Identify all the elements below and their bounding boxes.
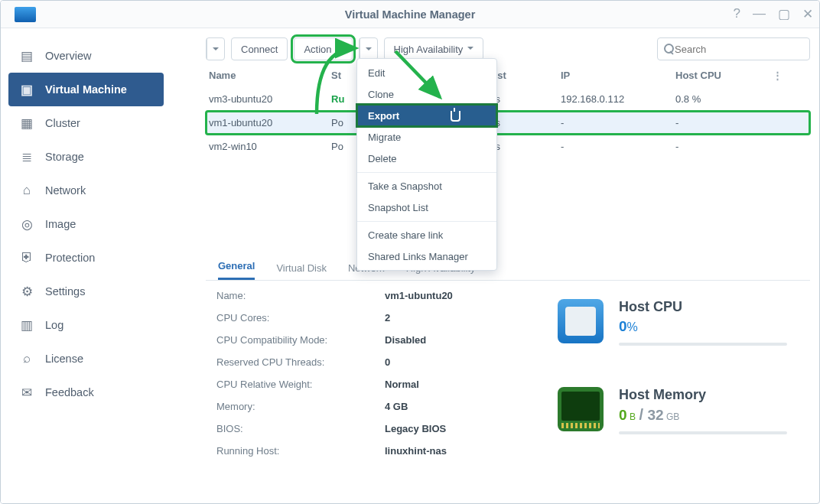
- metrics-panel: Host CPU 0% Host Memory 0 B / 32 GB: [558, 290, 810, 494]
- menu-item-create-share-link[interactable]: Create share link: [357, 221, 496, 245]
- sidebar-item-overview[interactable]: ▤Overview: [8, 39, 164, 73]
- search-input[interactable]: [675, 44, 803, 55]
- menu-item-take-a-snapshot[interactable]: Take a Snapshot: [357, 172, 496, 197]
- metric-mem-total: 32: [648, 407, 664, 423]
- sidebar: ▤Overview▣Virtual Machine▦Cluster≣Storag…: [1, 28, 171, 503]
- metric-cpu-title: Host CPU: [619, 299, 787, 315]
- metric-mem-used: 0: [619, 407, 627, 423]
- poweron-caret-icon[interactable]: [360, 38, 377, 60]
- sidebar-item-label: Cluster: [45, 117, 80, 129]
- detail-label: Name:: [216, 290, 369, 301]
- sidebar-item-image[interactable]: ◎Image: [8, 207, 164, 241]
- detail-value: 4 GB: [385, 401, 558, 412]
- minimize-icon[interactable]: —: [753, 6, 766, 22]
- search-icon: [664, 44, 670, 54]
- sidebar-item-label: Network: [45, 184, 86, 197]
- columns-more-icon[interactable]: ⋮: [767, 70, 783, 81]
- sidebar-icon: ⌕: [19, 351, 34, 366]
- action-label: Action: [304, 44, 331, 55]
- metric-mem-total-unit: GB: [664, 411, 680, 422]
- detail-label: Reserved CPU Threads:: [216, 356, 369, 368]
- create-caret-icon[interactable]: [207, 38, 224, 60]
- detail-label: CPU Cores:: [216, 312, 369, 324]
- sidebar-icon: ⛨: [19, 250, 34, 265]
- detail-value: vm1-ubuntu20: [385, 290, 558, 301]
- general-panel: Name:vm1-ubuntu20CPU Cores:2CPU Compatib…: [206, 290, 558, 494]
- cell-ip: -: [561, 141, 675, 152]
- sidebar-icon: ▦: [19, 115, 34, 132]
- action-button[interactable]: Action: [294, 37, 352, 60]
- cursor-icon: [449, 109, 461, 123]
- col-ip[interactable]: IP: [561, 70, 675, 81]
- table-row[interactable]: vm2-win10 Po nas - -: [206, 135, 810, 158]
- col-cpu[interactable]: Host CPU: [675, 70, 767, 81]
- cpu-bar: [619, 343, 787, 346]
- sidebar-item-label: Image: [45, 218, 76, 230]
- sidebar-icon: ▤: [19, 48, 34, 64]
- connect-button[interactable]: Connect: [231, 37, 288, 60]
- close-icon[interactable]: ✕: [802, 6, 813, 22]
- create-button[interactable]: Create: [206, 37, 225, 60]
- search-box[interactable]: [657, 37, 810, 60]
- cell-cpu: -: [675, 117, 767, 128]
- sidebar-item-license[interactable]: ⌕License: [8, 342, 164, 376]
- menu-item-export[interactable]: Export: [357, 105, 496, 126]
- detail-value: Disabled: [385, 334, 558, 346]
- cell-name: vm3-ubuntu20: [209, 93, 331, 105]
- sidebar-item-log[interactable]: ▥Log: [8, 308, 164, 342]
- table-header: Name St Host IP Host CPU ⋮: [206, 63, 810, 87]
- cell-cpu: -: [675, 141, 767, 152]
- mem-bar: [619, 431, 787, 434]
- tab-general[interactable]: General: [218, 260, 255, 280]
- app-icon: [15, 7, 36, 22]
- sidebar-icon: ✉: [19, 385, 34, 401]
- table-row[interactable]: vm3-ubuntu20 Ru nas 192.168.0.112 0.8 %: [206, 87, 810, 111]
- cpu-icon: [558, 299, 604, 343]
- metric-mem-used-unit: B: [627, 411, 636, 422]
- memory-icon: [558, 387, 604, 431]
- sidebar-item-label: Feedback: [45, 386, 94, 398]
- cell-cpu: 0.8 %: [675, 93, 767, 105]
- menu-item-edit[interactable]: Edit: [357, 62, 496, 83]
- help-icon[interactable]: ?: [734, 6, 740, 22]
- sidebar-item-storage[interactable]: ≣Storage: [8, 140, 164, 174]
- action-caret-icon: [337, 44, 343, 55]
- detail-value: 0: [385, 356, 558, 368]
- sidebar-icon: ◎: [19, 216, 34, 232]
- menu-item-shared-links-manager[interactable]: Shared Links Manager: [357, 245, 496, 267]
- sidebar-item-virtual-machine[interactable]: ▣Virtual Machine: [8, 73, 164, 106]
- sidebar-item-network[interactable]: ⌂Network: [8, 174, 164, 207]
- detail-tabs: GeneralVirtual DiskNetworkHigh Availabil…: [206, 256, 810, 281]
- table-row-selected[interactable]: vm1-ubuntu20 Po nas - -: [206, 111, 810, 135]
- sidebar-item-feedback[interactable]: ✉Feedback: [8, 376, 164, 409]
- col-name[interactable]: Name: [209, 70, 331, 81]
- sidebar-item-label: Settings: [45, 285, 85, 298]
- metric-mem-title: Host Memory: [619, 387, 787, 403]
- cell-ip: 192.168.0.112: [561, 93, 675, 105]
- vm-table: Name St Host IP Host CPU ⋮ vm3-ubuntu20 …: [206, 63, 810, 158]
- detail-value: Legacy BIOS: [385, 423, 558, 434]
- sidebar-item-cluster[interactable]: ▦Cluster: [8, 106, 164, 140]
- cell-name: vm1-ubuntu20: [209, 117, 331, 128]
- detail-value: Normal: [385, 379, 558, 390]
- menu-item-delete[interactable]: Delete: [357, 148, 496, 169]
- sidebar-item-label: Log: [45, 319, 63, 331]
- sidebar-icon: ▣: [19, 82, 34, 98]
- sidebar-icon: ≣: [19, 149, 34, 165]
- menu-item-migrate[interactable]: Migrate: [357, 126, 496, 148]
- ha-button[interactable]: High Availability: [384, 37, 484, 60]
- window-title: Virtual Machine Manager: [345, 8, 476, 21]
- maximize-icon[interactable]: ▢: [778, 6, 790, 22]
- menu-item-clone[interactable]: Clone: [357, 83, 496, 105]
- poweron-button[interactable]: Power on: [359, 37, 378, 60]
- sidebar-item-settings[interactable]: ⚙Settings: [8, 275, 164, 308]
- menu-item-snapshot-list[interactable]: Snapshot List: [357, 197, 496, 218]
- ha-label: High Availability: [394, 44, 464, 55]
- cell-name: vm2-win10: [209, 141, 331, 152]
- detail-label: CPU Relative Weight:: [216, 379, 369, 390]
- sidebar-icon: ⌂: [19, 183, 34, 198]
- tab-virtual-disk[interactable]: Virtual Disk: [276, 262, 327, 280]
- action-menu: EditCloneExportMigrateDeleteTake a Snaps…: [356, 58, 497, 271]
- sidebar-item-label: Overview: [45, 50, 91, 62]
- sidebar-item-protection[interactable]: ⛨Protection: [8, 241, 164, 275]
